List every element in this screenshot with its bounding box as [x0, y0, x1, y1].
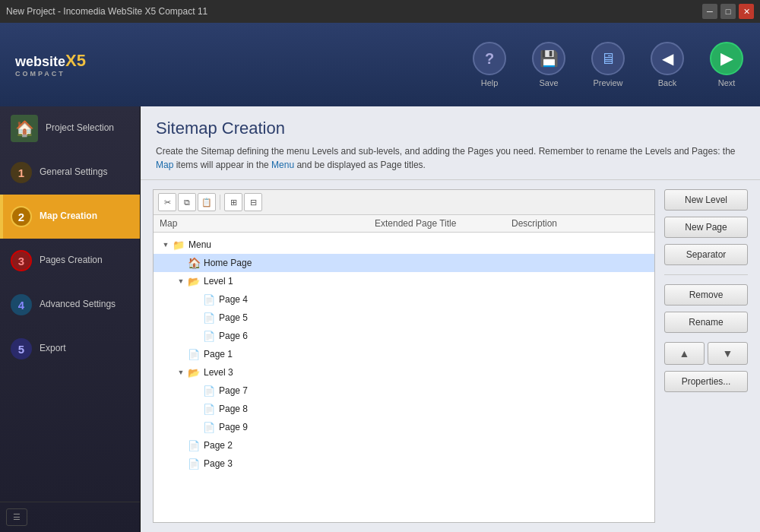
tool-collapse[interactable]: ⊟	[244, 193, 262, 211]
arrow-buttons: ▲ ▼	[664, 342, 748, 365]
app-container: websiteX5 COMPACT ? Help 💾 Save 🖥 Previe…	[0, 23, 760, 532]
properties-button[interactable]: Properties...	[664, 371, 748, 392]
sidebar-item-project-selection[interactable]: 🏠 Project Selection	[0, 106, 140, 150]
homepage-icon: 🏠	[187, 256, 201, 270]
level3-icon: 📂	[187, 366, 201, 379]
back-button[interactable]: ◀ Back	[641, 36, 693, 93]
tool-cut[interactable]: ✂	[158, 193, 176, 211]
menu-label: Menu	[188, 239, 211, 250]
tree-item-page6[interactable]: 📄 Page 6	[154, 327, 654, 345]
tree-item-page3[interactable]: 📄 Page 3	[154, 454, 654, 473]
sidebar-item-map-creation[interactable]: 2 Map Creation	[0, 195, 140, 239]
sidebar-step4-label: Advanced Settings	[40, 299, 116, 311]
separator-button[interactable]: Separator	[664, 244, 748, 265]
page9-icon: 📄	[202, 420, 216, 434]
sidebar-item-advanced-settings[interactable]: 4 Advanced Settings	[0, 283, 140, 327]
tool-copy[interactable]: ⧉	[178, 193, 196, 211]
next-button[interactable]: ▶ Next	[701, 36, 752, 93]
back-label: Back	[658, 78, 676, 87]
move-down-button[interactable]: ▼	[708, 342, 748, 365]
help-button[interactable]: ? Help	[464, 36, 515, 93]
help-label: Help	[481, 78, 499, 87]
move-up-button[interactable]: ▲	[664, 342, 705, 365]
page3-label: Page 3	[204, 458, 233, 469]
preview-icon: 🖥	[591, 42, 625, 75]
body-area: 🏠 Project Selection 1 General Settings 2…	[0, 106, 760, 532]
tree-item-page8[interactable]: 📄 Page 8	[154, 400, 654, 418]
toolbar-separator-1	[220, 195, 220, 210]
sidebar-home-label: Project Selection	[46, 122, 114, 135]
main-content: Sitemap Creation Create the Sitemap defi…	[141, 106, 760, 532]
rename-button[interactable]: Rename	[664, 312, 748, 333]
close-button[interactable]: ✕	[739, 4, 754, 19]
preview-button[interactable]: 🖥 Preview	[582, 36, 634, 93]
tree-area[interactable]: ▼ 📁 Menu 🏠 Home Page	[154, 233, 654, 522]
save-icon: 💾	[532, 42, 565, 75]
logo-website: website	[15, 54, 65, 69]
menu-folder-icon: 📁	[172, 238, 185, 252]
new-page-button[interactable]: New Page	[664, 217, 748, 238]
right-panel: New Level New Page Separator Remove Rena…	[664, 189, 748, 523]
tree-item-page9[interactable]: 📄 Page 9	[154, 418, 654, 436]
new-level-button[interactable]: New Level	[664, 189, 748, 211]
action-separator	[664, 274, 748, 275]
toggle-level3[interactable]: ▼	[175, 369, 187, 376]
page9-label: Page 9	[219, 422, 248, 432]
col-map: Map	[160, 218, 375, 229]
page7-label: Page 7	[219, 385, 248, 396]
sitemap-panel: ✂ ⧉ 📋 ⊞ ⊟ Map Extended Page Title Descri…	[153, 189, 655, 523]
tree-item-menu[interactable]: ▼ 📁 Menu	[154, 236, 654, 254]
remove-button[interactable]: Remove	[664, 284, 748, 306]
page1-icon: 📄	[187, 347, 201, 361]
sidebar-step5-label: Export	[40, 343, 66, 355]
tree-item-page2[interactable]: 📄 Page 2	[154, 436, 654, 454]
toggle-menu[interactable]: ▼	[160, 241, 172, 249]
logo-compact: COMPACT	[15, 71, 86, 78]
save-button[interactable]: 💾 Save	[523, 36, 575, 93]
sitemap-header: Map Extended Page Title Description	[154, 215, 654, 233]
tree-item-homepage[interactable]: 🏠 Home Page	[154, 254, 654, 272]
sidebar-menu-button[interactable]: ☰	[6, 508, 27, 526]
step-3-number: 3	[11, 250, 32, 271]
page4-label: Page 4	[219, 294, 248, 305]
sidebar-step3-label: Pages Creation	[40, 255, 103, 267]
tree-item-page5[interactable]: 📄 Page 5	[154, 309, 654, 327]
tree-item-page7[interactable]: 📄 Page 7	[154, 382, 654, 400]
level1-label: Level 1	[204, 276, 233, 287]
page5-label: Page 5	[219, 312, 248, 323]
sidebar-item-general-settings[interactable]: 1 General Settings	[0, 150, 140, 195]
help-icon: ?	[473, 42, 506, 75]
logo: websiteX5 COMPACT	[8, 45, 144, 85]
page-header: Sitemap Creation Create the Sitemap defi…	[141, 106, 760, 180]
tool-expand[interactable]: ⊞	[224, 193, 242, 211]
minimize-button[interactable]: ─	[702, 4, 717, 19]
page-title: Sitemap Creation	[156, 119, 745, 138]
maximize-button[interactable]: □	[720, 4, 736, 19]
page5-icon: 📄	[202, 311, 216, 325]
page8-icon: 📄	[202, 402, 216, 416]
page6-icon: 📄	[202, 329, 216, 343]
next-icon: ▶	[710, 42, 743, 75]
sidebar-item-export[interactable]: 5 Export	[0, 327, 140, 371]
page4-icon: 📄	[202, 293, 216, 306]
page8-label: Page 8	[219, 404, 248, 414]
toggle-level1[interactable]: ▼	[175, 277, 187, 285]
tree-item-page4[interactable]: 📄 Page 4	[154, 290, 654, 309]
logo-x5: X5	[65, 51, 86, 70]
step-4-number: 4	[11, 294, 32, 315]
tree-item-page1[interactable]: 📄 Page 1	[154, 345, 654, 363]
sidebar: 🏠 Project Selection 1 General Settings 2…	[0, 106, 141, 532]
preview-label: Preview	[593, 78, 622, 87]
tree-item-level1[interactable]: ▼ 📂 Level 1	[154, 272, 654, 290]
tree-item-level3[interactable]: ▼ 📂 Level 3	[154, 363, 654, 382]
page2-icon: 📄	[187, 439, 201, 452]
sidebar-item-pages-creation[interactable]: 3 Pages Creation	[0, 239, 140, 283]
sidebar-step1-label: General Settings	[40, 166, 107, 179]
back-icon: ◀	[651, 42, 684, 75]
page2-label: Page 2	[204, 440, 233, 451]
homepage-label: Home Page	[204, 258, 252, 268]
step-1-number: 1	[11, 162, 32, 183]
tool-paste[interactable]: 📋	[198, 193, 216, 211]
page3-icon: 📄	[187, 457, 201, 470]
toolbar-actions: ? Help 💾 Save 🖥 Preview ◀ Back ▶ Next	[464, 36, 752, 93]
